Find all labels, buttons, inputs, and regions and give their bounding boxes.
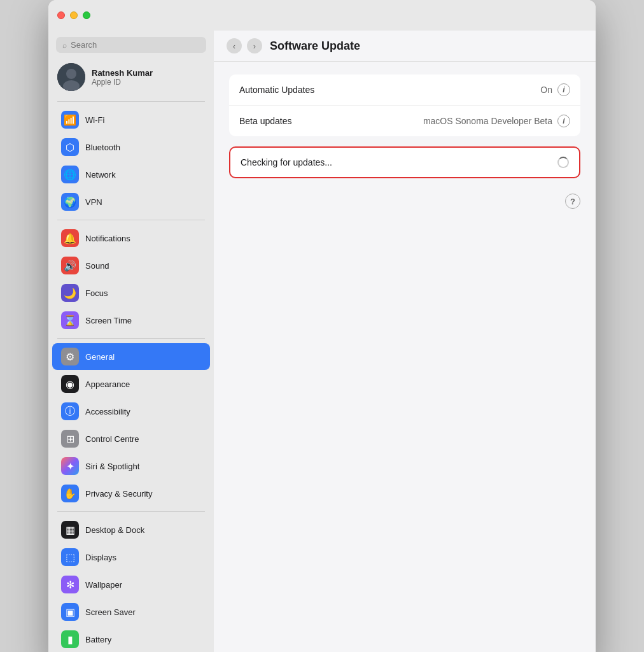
controlcentre-icon: ⊞ xyxy=(61,430,79,448)
main-body: ⌕ Ratnesh Kumar Ap xyxy=(48,31,596,652)
sidebar-item-battery[interactable]: ▮Battery xyxy=(52,626,210,652)
sidebar-item-vpn[interactable]: 🌍VPN xyxy=(52,188,210,215)
maximize-button[interactable] xyxy=(83,11,90,19)
network-label: Network xyxy=(85,170,116,180)
sidebar-item-sound[interactable]: 🔊Sound xyxy=(52,252,210,279)
desktop-icon: ▦ xyxy=(61,521,79,539)
accessibility-icon: ⓘ xyxy=(61,402,79,420)
sidebar-item-network[interactable]: 🌐Network xyxy=(52,161,210,188)
sidebar-item-notifications[interactable]: 🔔Notifications xyxy=(52,225,210,252)
divider-2 xyxy=(57,511,205,512)
user-name: Ratnesh Kumar xyxy=(92,68,153,78)
search-input[interactable] xyxy=(71,40,200,50)
screentime-label: Screen Time xyxy=(85,316,132,325)
minimize-button[interactable] xyxy=(70,11,78,19)
divider xyxy=(57,101,205,102)
battery-icon: ▮ xyxy=(61,630,79,648)
siri-icon: ✦ xyxy=(61,457,79,475)
search-container: ⌕ xyxy=(48,31,214,58)
sidebar-item-displays[interactable]: ⬚Displays xyxy=(52,544,210,570)
sidebar-item-general[interactable]: ⚙General xyxy=(52,343,210,370)
sidebar-sections: 📶Wi-Fi⬡Bluetooth🌐Network🌍VPN🔔Notificatio… xyxy=(48,104,214,652)
sidebar-item-bluetooth[interactable]: ⬡Bluetooth xyxy=(52,134,210,160)
bluetooth-icon: ⬡ xyxy=(61,138,79,156)
displays-icon: ⬚ xyxy=(61,548,79,566)
sidebar-section-0: 📶Wi-Fi⬡Bluetooth🌐Network🌍VPN xyxy=(48,104,214,217)
general-label: General xyxy=(85,352,115,362)
sidebar-item-accessibility[interactable]: ⓘAccessibility xyxy=(52,398,210,425)
help-button[interactable]: ? xyxy=(565,194,580,209)
sound-icon: 🔊 xyxy=(61,257,79,274)
search-icon: ⌕ xyxy=(62,41,67,50)
avatar-image xyxy=(57,63,85,91)
user-info: Ratnesh Kumar Apple ID xyxy=(92,68,153,87)
sidebar-item-focus[interactable]: 🌙Focus xyxy=(52,280,210,306)
settings-card: Automatic Updates On i Beta updates macO… xyxy=(229,74,580,136)
beta-updates-row: Beta updates macOS Sonoma Developer Beta… xyxy=(229,106,580,136)
help-button-container: ? xyxy=(229,188,580,214)
screensaver-label: Screen Saver xyxy=(85,607,136,617)
sidebar-item-appearance[interactable]: ◉Appearance xyxy=(52,371,210,397)
automatic-updates-value: On i xyxy=(540,83,570,96)
automatic-updates-info-button[interactable]: i xyxy=(557,83,570,96)
sidebar-section-1: 🔔Notifications🔊Sound🌙Focus⌛Screen Time xyxy=(48,223,214,336)
divider-0 xyxy=(57,220,205,220)
content-panel: ‹ › Software Update Automatic Updates On… xyxy=(214,31,596,652)
wallpaper-icon: ✻ xyxy=(61,576,79,593)
focus-icon: 🌙 xyxy=(61,284,79,302)
svg-point-1 xyxy=(66,69,76,79)
sidebar-item-privacy[interactable]: ✋Privacy & Security xyxy=(52,480,210,507)
loading-spinner xyxy=(557,157,569,168)
automatic-updates-row: Automatic Updates On i xyxy=(229,74,580,106)
beta-updates-info-button[interactable]: i xyxy=(557,115,570,127)
checking-updates-card: Checking for updates... xyxy=(229,146,580,178)
sidebar-section-2: ⚙General◉AppearanceⓘAccessibility⊞Contro… xyxy=(48,341,214,509)
network-icon: 🌐 xyxy=(61,166,79,183)
title-bar xyxy=(48,0,596,31)
privacy-icon: ✋ xyxy=(61,485,79,502)
sidebar-item-screentime[interactable]: ⌛Screen Time xyxy=(52,307,210,334)
sidebar-section-3: ▦Desktop & Dock⬚Displays✻Wallpaper▣Scree… xyxy=(48,514,214,652)
appearance-icon: ◉ xyxy=(61,375,79,393)
battery-label: Battery xyxy=(85,635,111,644)
sound-label: Sound xyxy=(85,261,109,271)
wifi-label: Wi-Fi xyxy=(85,115,104,125)
desktop-label: Desktop & Dock xyxy=(85,525,144,535)
user-profile[interactable]: Ratnesh Kumar Apple ID xyxy=(48,58,214,99)
sidebar-item-wifi[interactable]: 📶Wi-Fi xyxy=(52,106,210,133)
appearance-label: Appearance xyxy=(85,379,130,389)
sidebar-item-controlcentre[interactable]: ⊞Control Centre xyxy=(52,425,210,452)
beta-updates-label: Beta updates xyxy=(239,116,292,126)
avatar xyxy=(57,63,85,91)
sidebar-item-wallpaper[interactable]: ✻Wallpaper xyxy=(52,571,210,598)
beta-updates-text: macOS Sonoma Developer Beta xyxy=(423,116,552,126)
automatic-updates-label: Automatic Updates xyxy=(239,85,314,95)
sidebar-item-desktop[interactable]: ▦Desktop & Dock xyxy=(52,516,210,543)
notifications-icon: 🔔 xyxy=(61,229,79,247)
bluetooth-label: Bluetooth xyxy=(85,143,120,152)
sidebar-item-siri[interactable]: ✦Siri & Spotlight xyxy=(52,453,210,479)
close-button[interactable] xyxy=(57,11,65,19)
accessibility-label: Accessibility xyxy=(85,407,130,416)
automatic-updates-text: On xyxy=(540,85,552,95)
vpn-icon: 🌍 xyxy=(61,193,79,211)
privacy-label: Privacy & Security xyxy=(85,489,152,499)
checking-label: Checking for updates... xyxy=(241,157,332,167)
notifications-label: Notifications xyxy=(85,234,130,243)
beta-updates-value: macOS Sonoma Developer Beta i xyxy=(423,115,570,127)
forward-button[interactable]: › xyxy=(247,38,262,53)
divider-1 xyxy=(57,338,205,339)
controlcentre-label: Control Centre xyxy=(85,434,139,444)
content-header: ‹ › Software Update xyxy=(214,31,596,62)
focus-label: Focus xyxy=(85,288,108,298)
siri-label: Siri & Spotlight xyxy=(85,462,139,471)
screentime-icon: ⌛ xyxy=(61,311,79,329)
wifi-icon: 📶 xyxy=(61,111,79,129)
vpn-label: VPN xyxy=(85,197,102,207)
search-box: ⌕ xyxy=(56,37,206,53)
back-button[interactable]: ‹ xyxy=(227,38,242,53)
screensaver-icon: ▣ xyxy=(61,603,79,621)
sidebar-item-screensaver[interactable]: ▣Screen Saver xyxy=(52,599,210,625)
content-body: Automatic Updates On i Beta updates macO… xyxy=(214,62,596,652)
page-title: Software Update xyxy=(270,39,360,53)
